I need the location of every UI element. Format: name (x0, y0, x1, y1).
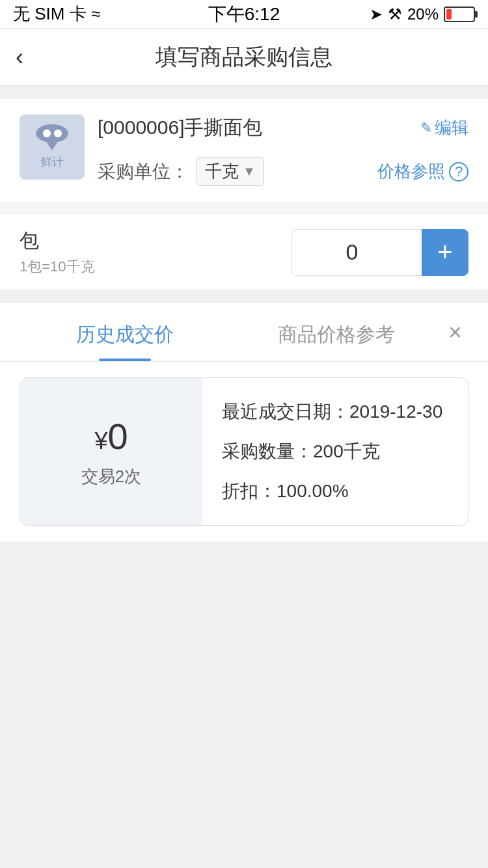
discount-label: 折扣： (222, 481, 277, 501)
price-card: ¥0 交易2次 最近成交日期：2019-12-30 采购数量：200千克 折扣：… (20, 377, 468, 526)
product-row: 鲜计 [0000006]手撕面包 ✎ 编辑 采购单位： 千克 ▼ (20, 115, 468, 186)
status-time: 下午6:12 (208, 2, 280, 27)
quantity-input[interactable] (291, 229, 422, 276)
nav-bar: ‹ 填写商品采购信息 (0, 29, 488, 86)
product-id: [0000006] (98, 116, 184, 138)
tab-close-button[interactable]: × (442, 312, 468, 353)
price-ref-label: 价格参照 (377, 160, 445, 183)
owl-pupil-right (54, 129, 62, 137)
quantity-row: 包 1包=10千克 + (0, 215, 488, 290)
main-content-area (0, 541, 488, 868)
battery-icon (444, 7, 475, 22)
unit-value: 千克 (205, 160, 239, 183)
product-name-row: [0000006]手撕面包 ✎ 编辑 (98, 115, 468, 141)
unit-selector-group: 采购单位： 千克 ▼ (98, 157, 264, 186)
recent-date-value: 2019-12-30 (349, 401, 442, 422)
owl-beak-icon (47, 142, 57, 150)
unit-label: 采购单位： (98, 159, 189, 184)
recent-date-label: 最近成交日期： (222, 401, 349, 422)
qty-unit-label: 包 (20, 228, 95, 254)
quantity-plus-button[interactable]: + (422, 229, 468, 276)
purchase-qty-row: 采购数量：200千克 (222, 437, 448, 467)
tab-history-label: 历史成交价 (76, 323, 174, 345)
page-title: 填写商品采购信息 (156, 42, 332, 72)
product-name: [0000006]手撕面包 (98, 115, 262, 141)
qty-input-group: + (108, 229, 468, 276)
tab-bar: 历史成交价 商品价格参考 × (0, 303, 488, 362)
recent-date-row: 最近成交日期：2019-12-30 (222, 398, 448, 427)
status-right: ➤ ⚒ 20% (370, 5, 475, 23)
product-info: [0000006]手撕面包 ✎ 编辑 采购单位： 千克 ▼ 价格参照 (98, 115, 468, 186)
back-button[interactable]: ‹ (16, 44, 23, 71)
product-thumbnail: 鲜计 (20, 115, 85, 180)
qty-conversion: 1包=10千克 (20, 257, 95, 277)
discount-value: 100.00% (277, 481, 349, 501)
product-title: 手撕面包 (184, 116, 262, 138)
currency-symbol: ¥ (94, 427, 107, 454)
unit-arrow-icon: ▼ (243, 164, 256, 179)
tab-price-ref[interactable]: 商品价格参考 (230, 303, 441, 361)
status-left: 无 SIM 卡 ≈ (13, 3, 100, 25)
purchase-qty-label: 采购数量： (222, 441, 313, 461)
battery-tip (475, 11, 478, 18)
battery-fill (446, 9, 452, 20)
price-ref-info-icon: ? (449, 162, 468, 182)
brand-label: 鲜计 (40, 154, 64, 170)
price-card-right: 最近成交日期：2019-12-30 采购数量：200千克 折扣：100.00% (202, 378, 468, 525)
product-thumb-inner: 鲜计 (29, 124, 75, 170)
purchase-qty-value: 200千克 (313, 441, 380, 461)
price-card-list: ¥0 交易2次 最近成交日期：2019-12-30 采购数量：200千克 折扣：… (0, 362, 488, 541)
tab-section: 历史成交价 商品价格参考 × ¥0 交易2次 最近成交日期：2019-12-30… (0, 303, 488, 541)
unit-select[interactable]: 千克 ▼ (197, 157, 264, 186)
edit-icon: ✎ (420, 120, 432, 137)
tab-history-price[interactable]: 历史成交价 (20, 303, 230, 361)
gray-separator (0, 202, 488, 215)
purchase-unit-row: 采购单位： 千克 ▼ 价格参照 ? (98, 157, 468, 186)
battery-percent: 20% (407, 5, 439, 23)
discount-row: 折扣：100.00% (222, 477, 448, 506)
price-value: 0 (107, 416, 128, 457)
edit-label: 编辑 (435, 116, 468, 139)
edit-button[interactable]: ✎ 编辑 (420, 116, 468, 139)
owl-eye-icon (36, 124, 68, 142)
status-bar: 无 SIM 卡 ≈ 下午6:12 ➤ ⚒ 20% (0, 0, 488, 29)
location-icon: ➤ (370, 5, 383, 23)
qty-label-group: 包 1包=10千克 (20, 228, 95, 277)
price-card-left: ¥0 交易2次 (20, 378, 202, 525)
sim-text: 无 SIM 卡 ≈ (13, 3, 100, 25)
alarm-icon: ⚒ (388, 5, 402, 23)
tab-price-ref-label: 商品价格参考 (278, 323, 395, 345)
owl-pupil-left (43, 129, 51, 137)
close-icon: × (448, 319, 462, 346)
trade-count: 交易2次 (81, 465, 141, 488)
price-ref-button[interactable]: 价格参照 ? (377, 160, 468, 183)
price-display: ¥0 (94, 415, 128, 457)
product-section: 鲜计 [0000006]手撕面包 ✎ 编辑 采购单位： 千克 ▼ (0, 99, 488, 202)
